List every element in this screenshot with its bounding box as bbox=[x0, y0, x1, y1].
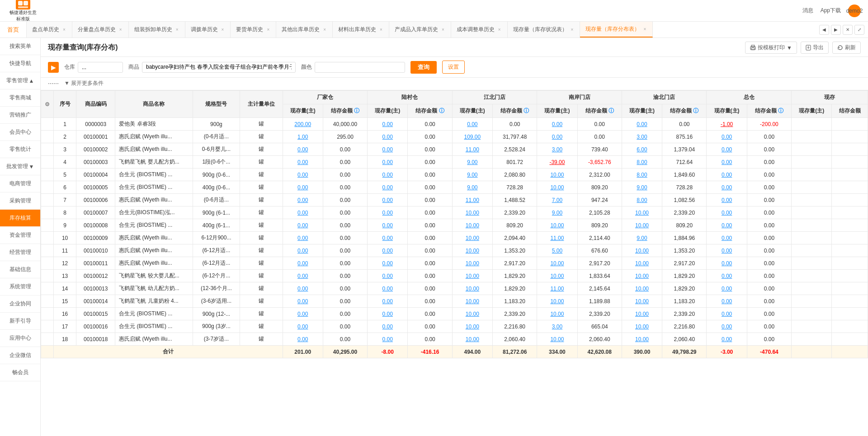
row-na-qty[interactable]: 10.00 bbox=[537, 181, 577, 194]
row-l-qty[interactable]: 0.00 bbox=[368, 244, 408, 257]
tab-close-7[interactable]: × bbox=[379, 27, 383, 33]
row-jb-qty[interactable]: 10.00 bbox=[452, 282, 492, 295]
row-l-qty[interactable]: 0.00 bbox=[368, 295, 408, 308]
row-f-qty[interactable]: 0.00 bbox=[283, 156, 323, 169]
row-t-qty[interactable]: 0.00 bbox=[707, 219, 747, 232]
row-f-qty[interactable]: 0.00 bbox=[283, 295, 323, 308]
row-na-qty[interactable]: 10.00 bbox=[537, 308, 577, 320]
tab-item-9[interactable]: 成本调整单历史 × bbox=[451, 22, 508, 38]
print-btn[interactable]: 按模板打印 ▼ bbox=[745, 42, 797, 54]
sidebar-item-wechat[interactable]: 企业微信 bbox=[0, 347, 40, 364]
sidebar-item-ecommerce[interactable]: 电商管理 bbox=[0, 175, 40, 192]
row-jb-qty[interactable]: 10.00 bbox=[452, 333, 492, 346]
row-jb-qty[interactable]: 10.00 bbox=[452, 295, 492, 308]
row-l-qty[interactable]: 0.00 bbox=[368, 333, 408, 346]
row-f-qty[interactable]: 0.00 bbox=[283, 320, 323, 333]
row-jb-qty[interactable]: 10.00 bbox=[452, 232, 492, 244]
sidebar-item-search[interactable]: 搜索英单 bbox=[0, 38, 40, 55]
tab-prev-btn[interactable]: ◀ bbox=[819, 25, 829, 35]
row-l-qty[interactable]: 0.00 bbox=[368, 206, 408, 219]
sidebar-item-retail-shop[interactable]: 零售商城 bbox=[0, 89, 40, 107]
tab-item-6[interactable]: 其他出库单历史 × bbox=[276, 22, 333, 38]
tab-item-10[interactable]: 现存量（库存状况表） × bbox=[508, 22, 580, 38]
row-f-qty[interactable]: 0.00 bbox=[283, 333, 323, 346]
row-na-qty[interactable]: -39.00 bbox=[537, 156, 577, 169]
tab-close-5[interactable]: × bbox=[266, 27, 270, 33]
row-f-qty[interactable]: 0.00 bbox=[283, 282, 323, 295]
tab-item-8[interactable]: 产成品入库单历史 × bbox=[389, 22, 451, 38]
tab-item-7[interactable]: 材料出库单历史 × bbox=[333, 22, 389, 38]
row-t-qty[interactable]: -1.00 bbox=[707, 118, 747, 131]
row-t-qty[interactable]: 0.00 bbox=[707, 308, 747, 320]
row-yb-qty[interactable]: 8.00 bbox=[622, 156, 662, 169]
row-f-qty[interactable]: 200.00 bbox=[283, 118, 323, 131]
row-yb-qty[interactable]: 10.00 bbox=[622, 333, 662, 346]
row-yb-qty[interactable]: 10.00 bbox=[622, 257, 662, 270]
sidebar-item-vip[interactable]: 畅会员 bbox=[0, 364, 40, 381]
row-na-qty[interactable]: 3.00 bbox=[537, 143, 577, 156]
sidebar-item-retail[interactable]: 零售管理 ▲ bbox=[0, 72, 40, 89]
row-jb-qty[interactable]: 11.00 bbox=[452, 143, 492, 156]
row-na-qty[interactable]: 10.00 bbox=[537, 270, 577, 282]
tab-next-btn[interactable]: ▶ bbox=[831, 25, 841, 35]
sidebar-item-business[interactable]: 经营管理 bbox=[0, 244, 40, 261]
row-na-qty[interactable]: 0.00 bbox=[537, 118, 577, 131]
row-l-qty[interactable]: 0.00 bbox=[368, 270, 408, 282]
row-f-qty[interactable]: 0.00 bbox=[283, 143, 323, 156]
row-t-qty[interactable]: 0.00 bbox=[707, 295, 747, 308]
row-jb-qty[interactable]: 10.00 bbox=[452, 320, 492, 333]
tab-item-11[interactable]: 现存量（库存分布表） × bbox=[580, 22, 653, 38]
row-l-qty[interactable]: 0.00 bbox=[368, 181, 408, 194]
row-t-qty[interactable]: 0.00 bbox=[707, 181, 747, 194]
tab-close-9[interactable]: × bbox=[497, 27, 502, 33]
export-btn[interactable]: 导出 bbox=[801, 42, 829, 54]
tab-home[interactable]: 首页 bbox=[0, 22, 27, 38]
row-t-qty[interactable]: 0.00 bbox=[707, 232, 747, 244]
row-na-qty[interactable]: 0.00 bbox=[537, 131, 577, 143]
tab-close-1[interactable]: × bbox=[62, 27, 66, 33]
tab-item-1[interactable]: 盘点单历史 × bbox=[27, 22, 72, 38]
row-l-qty[interactable]: 0.00 bbox=[368, 219, 408, 232]
row-t-qty[interactable]: 0.00 bbox=[707, 244, 747, 257]
row-jb-qty[interactable]: 11.00 bbox=[452, 194, 492, 206]
sidebar-item-wholesale[interactable]: 批发管理 ▼ bbox=[0, 158, 40, 175]
row-na-qty[interactable]: 11.00 bbox=[537, 282, 577, 295]
tab-close-11[interactable]: × bbox=[642, 26, 647, 32]
row-l-qty[interactable]: 0.00 bbox=[368, 232, 408, 244]
tab-close-10[interactable]: × bbox=[570, 27, 575, 33]
row-f-qty[interactable]: 0.00 bbox=[283, 257, 323, 270]
row-l-qty[interactable]: 0.00 bbox=[368, 282, 408, 295]
query-btn[interactable]: 查询 bbox=[410, 61, 437, 74]
row-jb-qty[interactable]: 9.00 bbox=[452, 156, 492, 169]
row-jb-qty[interactable]: 10.00 bbox=[452, 244, 492, 257]
row-yb-qty[interactable]: 0.00 bbox=[622, 118, 662, 131]
row-f-qty[interactable]: 0.00 bbox=[283, 219, 323, 232]
row-yb-qty[interactable]: 10.00 bbox=[622, 206, 662, 219]
row-yb-qty[interactable]: 9.00 bbox=[622, 181, 662, 194]
refresh-btn[interactable]: 刷新 bbox=[832, 42, 861, 54]
row-t-qty[interactable]: 0.00 bbox=[707, 194, 747, 206]
row-f-qty[interactable]: 0.00 bbox=[283, 194, 323, 206]
more-conditions-btn[interactable]: ⋯⋯ ▼ 展开更多条件 bbox=[48, 80, 104, 87]
row-yb-qty[interactable]: 3.00 bbox=[622, 131, 662, 143]
sidebar-item-purchase[interactable]: 采购管理 bbox=[0, 192, 40, 210]
row-l-qty[interactable]: 0.00 bbox=[368, 257, 408, 270]
row-jb-qty[interactable]: 9.00 bbox=[452, 169, 492, 181]
row-l-qty[interactable]: 0.00 bbox=[368, 169, 408, 181]
row-yb-qty[interactable]: 8.00 bbox=[622, 169, 662, 181]
row-l-qty[interactable]: 0.00 bbox=[368, 131, 408, 143]
col-settings-icon[interactable]: ⚙ bbox=[41, 91, 54, 118]
row-na-qty[interactable]: 9.00 bbox=[537, 206, 577, 219]
row-yb-qty[interactable]: 10.00 bbox=[622, 308, 662, 320]
tab-expand-btn[interactable]: ⤢ bbox=[854, 25, 864, 35]
color-input[interactable] bbox=[315, 62, 405, 73]
row-na-qty[interactable]: 10.00 bbox=[537, 219, 577, 232]
row-yb-qty[interactable]: 10.00 bbox=[622, 219, 662, 232]
row-jb-qty[interactable]: 109.00 bbox=[452, 131, 492, 143]
tab-item-4[interactable]: 调拨单历史 × bbox=[185, 22, 231, 38]
sidebar-item-marketing[interactable]: 营销推广 bbox=[0, 107, 40, 124]
row-na-qty[interactable]: 3.00 bbox=[537, 320, 577, 333]
row-yb-qty[interactable]: 10.00 bbox=[622, 282, 662, 295]
row-yb-qty[interactable]: 10.00 bbox=[622, 244, 662, 257]
row-yb-qty[interactable]: 10.00 bbox=[622, 320, 662, 333]
